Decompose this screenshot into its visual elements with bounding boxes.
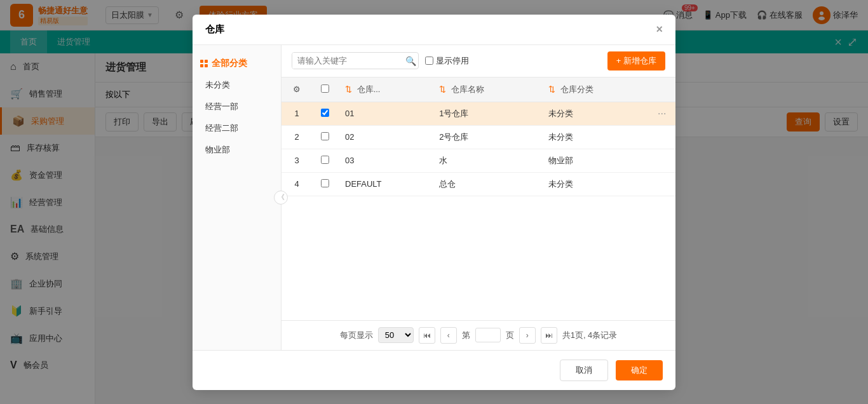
row-id: 03 bbox=[337, 149, 431, 172]
select-all-checkbox[interactable] bbox=[321, 84, 329, 93]
row-category: 未分类 bbox=[541, 102, 650, 125]
row-category: 未分类 bbox=[541, 172, 650, 196]
add-warehouse-button[interactable]: + 新增仓库 bbox=[607, 51, 665, 71]
table-header-row: ⚙ ⇅ 仓库... ⇅ bbox=[281, 77, 675, 102]
row-name: 水 bbox=[431, 149, 541, 172]
row-more bbox=[650, 125, 675, 149]
modal-header: 仓库 × bbox=[193, 15, 675, 45]
row-name: 2号仓库 bbox=[431, 125, 541, 149]
row-id: 02 bbox=[337, 125, 431, 149]
row-more bbox=[650, 149, 675, 172]
col-actions bbox=[650, 77, 675, 102]
row-checkbox[interactable] bbox=[321, 179, 329, 187]
row-checkbox-cell bbox=[312, 149, 337, 172]
sort-icon-2: ⇅ bbox=[439, 84, 446, 94]
row-name: 1号仓库 bbox=[431, 102, 541, 125]
modal-category-sidebar: 全部分类 未分类 经营一部 经营二部 物业部 《 bbox=[193, 45, 281, 350]
row-num: 3 bbox=[281, 149, 312, 172]
row-checkbox-cell bbox=[312, 172, 337, 196]
modal-overlay: 仓库 × 全部分类 未分类 经营一部 经营二部 物业部 bbox=[0, 0, 868, 404]
table-row[interactable]: 1 01 1号仓库 未分类 ··· bbox=[281, 102, 675, 125]
row-checkbox-cell bbox=[312, 125, 337, 149]
page-size-select[interactable]: 50 10 20 100 bbox=[378, 327, 414, 343]
col-category: ⇅ 仓库分类 bbox=[541, 77, 650, 102]
modal-close-button[interactable]: × bbox=[656, 24, 663, 35]
row-more: ··· bbox=[650, 102, 675, 125]
next-page-button[interactable]: › bbox=[519, 327, 536, 344]
show-disabled-checkbox[interactable] bbox=[425, 57, 433, 65]
col-checkbox bbox=[312, 77, 337, 102]
row-num: 2 bbox=[281, 125, 312, 149]
first-page-button[interactable]: ⏮ bbox=[419, 327, 435, 344]
pagination: 每页显示 50 10 20 100 ⏮ ‹ 第 1 页 › ⏭ 共1页, 4条记… bbox=[281, 320, 675, 350]
row-checkbox-cell bbox=[312, 102, 337, 125]
modal-title: 仓库 bbox=[205, 24, 224, 36]
modal-toolbar: 🔍 显示停用 + 新增仓库 bbox=[281, 45, 675, 77]
category-unclassified[interactable]: 未分类 bbox=[193, 74, 281, 96]
row-num: 1 bbox=[281, 102, 312, 125]
search-icon: 🔍 bbox=[400, 56, 419, 66]
modal-body: 全部分类 未分类 经营一部 经营二部 物业部 《 🔍 bbox=[193, 45, 675, 350]
row-name: 总仓 bbox=[431, 172, 541, 196]
sort-icon: ⇅ bbox=[345, 84, 352, 94]
more-icon[interactable]: ··· bbox=[658, 108, 666, 119]
search-input[interactable] bbox=[292, 53, 400, 69]
category-property[interactable]: 物业部 bbox=[193, 139, 281, 161]
col-name: ⇅ 仓库名称 bbox=[431, 77, 541, 102]
search-box: 🔍 bbox=[292, 52, 419, 69]
collapse-sidebar-button[interactable]: 《 bbox=[274, 191, 288, 205]
row-checkbox[interactable] bbox=[321, 109, 329, 117]
row-checkbox[interactable] bbox=[321, 132, 329, 140]
modal-main: 🔍 显示停用 + 新增仓库 ⚙ bbox=[281, 45, 675, 350]
row-checkbox[interactable] bbox=[321, 156, 329, 164]
row-category: 物业部 bbox=[541, 149, 650, 172]
grid-icon bbox=[200, 60, 208, 67]
category-ops2[interactable]: 经营二部 bbox=[193, 118, 281, 139]
page-number-input[interactable]: 1 bbox=[475, 328, 501, 342]
category-ops1[interactable]: 经营一部 bbox=[193, 96, 281, 118]
warehouse-table: ⚙ ⇅ 仓库... ⇅ bbox=[281, 77, 675, 320]
confirm-button[interactable]: 确定 bbox=[616, 360, 663, 380]
col-id: ⇅ 仓库... bbox=[337, 77, 431, 102]
all-categories-button[interactable]: 全部分类 bbox=[193, 53, 281, 74]
prev-page-button[interactable]: ‹ bbox=[440, 327, 457, 344]
last-page-button[interactable]: ⏭ bbox=[541, 327, 557, 344]
modal-action-footer: 取消 确定 bbox=[193, 350, 675, 390]
cancel-button[interactable]: 取消 bbox=[560, 360, 608, 381]
warehouse-modal: 仓库 × 全部分类 未分类 经营一部 经营二部 物业部 bbox=[193, 15, 675, 390]
table-row[interactable]: 4 DEFAULT 总仓 未分类 bbox=[281, 172, 675, 196]
row-more bbox=[650, 172, 675, 196]
row-category: 未分类 bbox=[541, 125, 650, 149]
sort-icon-3: ⇅ bbox=[548, 84, 555, 94]
show-disabled-checkbox-label: 显示停用 bbox=[425, 55, 469, 67]
row-id: DEFAULT bbox=[337, 172, 431, 196]
col-gear: ⚙ bbox=[281, 77, 312, 102]
table-row[interactable]: 2 02 2号仓库 未分类 bbox=[281, 125, 675, 149]
row-id: 01 bbox=[337, 102, 431, 125]
table-row[interactable]: 3 03 水 物业部 bbox=[281, 149, 675, 172]
